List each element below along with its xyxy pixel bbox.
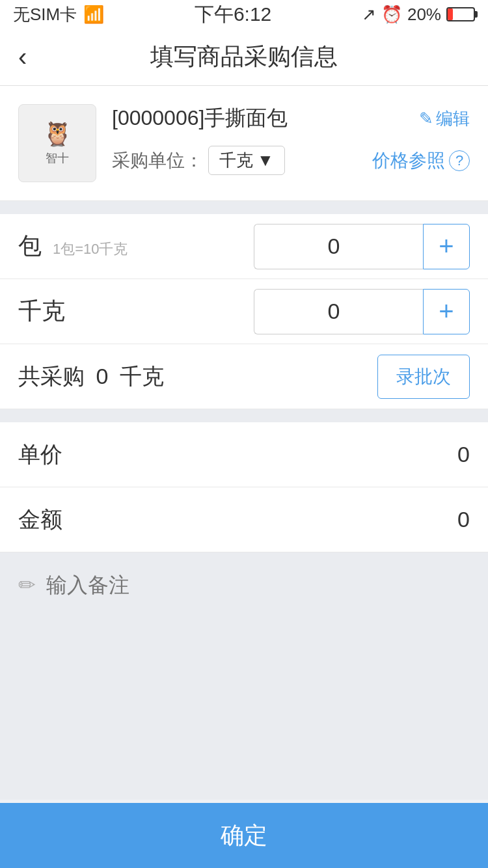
price-reference-button[interactable]: 价格参照 ? [372,148,470,173]
content-area [0,617,488,800]
product-info: [0000006]手撕面包 ✎ 编辑 采购单位： 千克 ▼ 价格参照 ? [112,104,470,175]
unit-dropdown[interactable]: 千克 ▼ [208,146,285,175]
summary-row: 共采购 0 千克 录批次 [0,344,488,409]
bag-quantity-input[interactable] [254,224,423,269]
status-left: 无SIM卡 📶 [13,3,104,26]
dropdown-arrow-icon: ▼ [257,150,274,170]
pencil-icon: ✏ [18,573,36,597]
bag-label-sub: 1包=10千克 [53,241,128,257]
summary-label: 共采购 [18,364,85,388]
nav-bar: ‹ 填写商品采购信息 [0,29,488,86]
unit-price-value: 0 [457,442,470,467]
price-ref-question-icon: ? [449,150,470,171]
price-ref-label: 价格参照 [372,148,445,173]
bag-input-wrapper: + [128,224,470,269]
edit-icon: ✎ [419,109,433,129]
kg-label-main: 千克 [18,297,65,324]
input-section: 包 1包=10千克 + 千克 + 共采购 0 千克 录批次 [0,214,488,409]
edit-button[interactable]: ✎ 编辑 [419,107,470,130]
section-divider-2 [0,409,488,422]
status-bar: 无SIM卡 📶 下午6:12 ↗ ⏰ 20% [0,0,488,29]
batch-record-button[interactable]: 录批次 [377,355,470,399]
bag-label-main: 包 [18,232,42,259]
kg-input-row: 千克 + [0,279,488,344]
status-time: 下午6:12 [195,1,271,28]
summary-value: 0 [96,364,108,388]
location-icon: ↗ [362,5,376,25]
remark-section: ✏ [0,552,488,617]
product-unit-row: 采购单位： 千克 ▼ 价格参照 ? [112,146,470,175]
kg-quantity-input[interactable] [254,289,423,334]
kg-label: 千克 [18,295,96,327]
section-divider-1 [0,201,488,214]
price-section: 单价 0 金额 0 [0,422,488,552]
amount-label: 金额 [18,505,62,535]
unit-label-text: 采购单位： [112,148,203,173]
wifi-icon: 📶 [83,5,104,25]
amount-row: 金额 0 [0,487,488,552]
product-name-row: [0000006]手撕面包 ✎ 编辑 [112,104,470,133]
kg-input-wrapper: + [96,289,470,334]
product-name: [0000006]手撕面包 [112,104,288,133]
product-image: 🦉 智十 [18,104,96,182]
remark-input[interactable] [46,573,470,597]
summary-text: 共采购 0 千克 [18,362,164,392]
product-card: 🦉 智十 [0000006]手撕面包 ✎ 编辑 采购单位： 千克 ▼ 价格参照 … [0,86,488,201]
bag-label: 包 1包=10千克 [18,230,128,262]
summary-unit: 千克 [120,364,164,388]
unit-value: 千克 [219,149,253,172]
battery-percentage: 20% [407,5,441,25]
edit-label: 编辑 [436,107,470,130]
amount-value: 0 [457,507,470,532]
battery-icon [446,7,475,21]
back-button[interactable]: ‹ [18,42,27,72]
alarm-icon: ⏰ [381,5,402,25]
unit-label: 采购单位： 千克 ▼ [112,146,285,175]
bag-input-row: 包 1包=10千克 + [0,214,488,279]
carrier-text: 无SIM卡 [13,3,77,26]
unit-price-label: 单价 [18,440,62,470]
product-logo-text: 智十 [46,150,69,166]
kg-plus-button[interactable]: + [423,289,470,334]
unit-price-row: 单价 0 [0,422,488,487]
confirm-button[interactable]: 确定 [0,803,488,868]
page-title: 填写商品采购信息 [150,41,338,73]
bag-plus-button[interactable]: + [423,224,470,269]
status-right: ↗ ⏰ 20% [362,5,475,25]
product-logo-icon: 🦉 [43,120,72,148]
